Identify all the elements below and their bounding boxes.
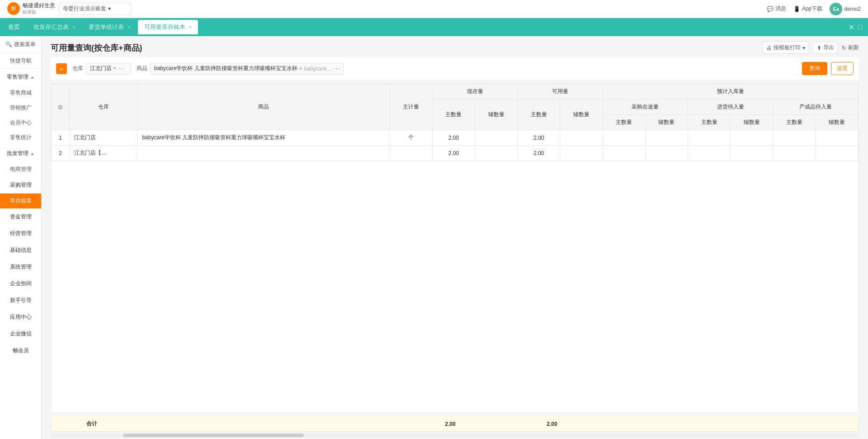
row1-stock-aux: [475, 130, 518, 146]
export-icon: ⬆: [817, 45, 821, 51]
footer-label: 合计: [56, 420, 128, 428]
username: demo2: [844, 6, 861, 12]
enterprise-label: 企业协同: [10, 280, 32, 288]
close-window-btn[interactable]: ✕: [849, 23, 854, 32]
th-purchase-main: 主数量: [603, 115, 645, 130]
sidebar-item-member[interactable]: 会员中心: [0, 115, 41, 130]
product-more-btn[interactable]: ···: [334, 65, 340, 73]
wechat-label: 企业微信: [10, 330, 32, 338]
tab-keyongliang[interactable]: 可用量库存账本 ×: [138, 20, 198, 34]
sidebar-item-marketing[interactable]: 营销推广: [0, 100, 41, 115]
setting-btn[interactable]: 设置: [831, 62, 854, 75]
footer-avail-main: 2.00: [532, 421, 572, 427]
retail-group-label: 零售管理: [7, 73, 28, 81]
message-btn[interactable]: 💬 消息: [767, 5, 786, 13]
tab-yaohuo[interactable]: 要货单统计表 ×: [82, 20, 137, 34]
sidebar-quick-nav[interactable]: 快捷导航: [0, 53, 41, 69]
data-table: ⚙ 仓库 商品 主计量 现存量 可用量 预计入库量 主数量 辅数量 主数量 辅数…: [51, 84, 859, 161]
th-stock-aux: 辅数量: [475, 99, 518, 130]
product-value[interactable]: babycare学饮杯 儿童防摔防撞吸管杯重力球吸嘴杯宝宝水杯 × babyca…: [150, 63, 344, 75]
chevron-down-print: ▾: [802, 45, 805, 51]
warehouse-more-btn[interactable]: ···: [118, 65, 124, 73]
sidebar-item-retail-mall[interactable]: 零售商城: [0, 85, 41, 100]
finance-label: 资金管理: [10, 213, 32, 221]
sidebar-item-apps[interactable]: 应用中心: [0, 309, 41, 326]
sidebar-item-purchase[interactable]: 采购管理: [0, 177, 41, 194]
warehouse-tag: 江北门店 ×: [90, 65, 116, 72]
main-layout: 🔍 搜索菜单 快捷导航 零售管理 ▲ 零售商城 营销推广 会员中心 零售统计: [0, 36, 868, 439]
sidebar-item-ecommerce[interactable]: 电商管理: [0, 162, 41, 177]
row1-incoming-aux: [731, 130, 773, 146]
th-current-stock: 现存量: [432, 84, 517, 99]
table-footer: 合计 2.00 2.00: [51, 416, 859, 432]
user-profile[interactable]: Ea demo2: [830, 3, 861, 15]
warehouse-value[interactable]: 江北门店 × ···: [86, 63, 131, 75]
logo-subtext: 标准版: [23, 9, 55, 15]
purchase-label: 采购管理: [10, 181, 32, 189]
tab-yaohuo-close[interactable]: ×: [127, 24, 130, 30]
search-icon: 🔍: [5, 41, 12, 47]
export-btn[interactable]: ⬆ 导出: [813, 42, 838, 54]
product-close-icon[interactable]: ×: [299, 66, 302, 72]
th-incoming-aux: 辅数量: [731, 115, 773, 130]
row2-stock-aux: [475, 146, 518, 161]
row2-purchase-main: [603, 146, 645, 161]
product-tag-main: babycare学饮杯 儿童防摔防撞吸管杯重力球吸嘴杯宝宝水杯: [154, 65, 297, 72]
row2-unit: [390, 146, 432, 161]
app-download-label: App下载: [802, 5, 822, 13]
tab-keyongliang-label: 可用量库存账本: [144, 23, 185, 31]
sidebar-item-newbie[interactable]: 新手引导: [0, 292, 41, 309]
sidebar-item-vip[interactable]: 畅会员: [0, 342, 41, 359]
app-download-btn[interactable]: 📱 App下载: [793, 5, 822, 13]
print-btn[interactable]: 🖨 按模板打印 ▾: [762, 42, 809, 54]
sidebar-item-enterprise[interactable]: 企业协同: [0, 275, 41, 292]
filter-toggle-icon: »: [60, 65, 63, 72]
th-settings[interactable]: ⚙: [52, 84, 70, 130]
tab-shoufacun-close[interactable]: ×: [72, 24, 75, 30]
home-label: 首页: [8, 24, 20, 30]
sidebar-item-operations[interactable]: 经营管理: [0, 225, 41, 242]
row1-finished-main: [773, 130, 816, 146]
scrollbar-thumb[interactable]: [123, 434, 304, 437]
horizontal-scrollbar[interactable]: [51, 434, 859, 437]
retail-stats-label: 零售统计: [10, 134, 32, 141]
sidebar-search[interactable]: 🔍 搜索菜单: [0, 36, 41, 53]
th-warehouse: 仓库: [70, 84, 137, 130]
maximize-btn[interactable]: □: [858, 23, 863, 31]
tab-shoufacun[interactable]: 收发存汇总表 ×: [27, 20, 81, 34]
row2-stock-main: 2.00: [432, 146, 475, 161]
industry-selector[interactable]: 母婴行业演示账套 ▾: [59, 3, 131, 15]
operations-label: 经营管理: [10, 230, 32, 237]
sidebar-search-label: 搜索菜单: [14, 41, 36, 47]
th-incoming: 进货待入量: [688, 99, 773, 115]
apps-label: 应用中心: [10, 313, 32, 321]
sidebar-item-basic-info[interactable]: 基础信息: [0, 242, 41, 259]
th-finished-aux: 辅数量: [816, 115, 858, 130]
row1-product: babycare学饮杯 儿童防摔防撞吸管杯重力球吸嘴杯宝宝水杯: [137, 130, 390, 146]
export-label: 导出: [823, 44, 834, 52]
sidebar-group-wholesale-header[interactable]: 批发管理 ▲: [0, 145, 41, 162]
refresh-btn[interactable]: ↻ 刷新: [842, 44, 859, 52]
sidebar-quick-nav-label: 快捷导航: [10, 57, 32, 64]
sidebar-item-inventory[interactable]: 库存核算: [0, 194, 41, 208]
sidebar-item-finance[interactable]: 资金管理: [0, 208, 41, 225]
sidebar-item-system[interactable]: 系统管理: [0, 259, 41, 275]
logo-area: 好 畅捷通好生意 标准版: [7, 2, 55, 15]
warehouse-close-icon[interactable]: ×: [113, 65, 116, 71]
query-btn[interactable]: 查询: [802, 62, 827, 75]
sidebar-item-wechat[interactable]: 企业微信: [0, 326, 41, 342]
filter-toggle-btn[interactable]: »: [56, 63, 67, 74]
warehouse-label: 仓库: [72, 65, 83, 72]
th-unit: 主计量: [390, 84, 432, 130]
marketing-label: 营销推广: [10, 104, 32, 111]
table-container: ⚙ 仓库 商品 主计量 现存量 可用量 预计入库量 主数量 辅数量 主数量 辅数…: [51, 83, 859, 413]
row2-finished-main: [773, 146, 816, 161]
tab-keyongliang-close[interactable]: ×: [189, 24, 192, 30]
row2-no: 2: [52, 146, 70, 161]
th-avail-aux: 辅数量: [560, 99, 603, 130]
tab-home[interactable]: 首页: [2, 23, 26, 31]
content-area: 可用量查询(按仓库+商品) 🖨 按模板打印 ▾ ⬆ 导出 ↻ 刷新: [42, 36, 868, 439]
product-tag-more: babycare…: [304, 66, 332, 72]
sidebar-item-retail-stats[interactable]: 零售统计: [0, 130, 41, 145]
sidebar-group-retail-header[interactable]: 零售管理 ▲: [0, 69, 41, 85]
